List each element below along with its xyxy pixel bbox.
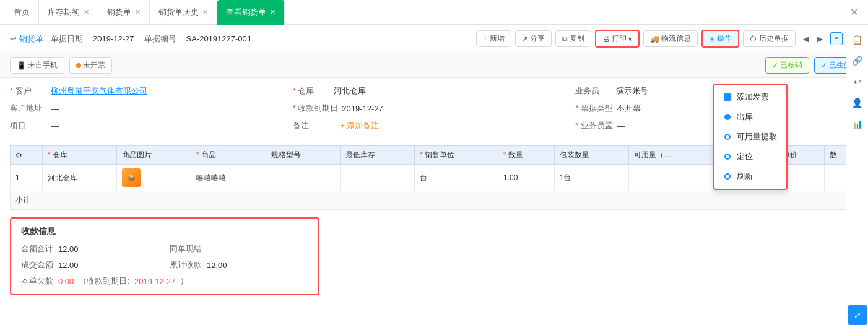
same-order-settle-item: 同单现结 —: [170, 243, 308, 254]
tab-close-history[interactable]: ✕: [202, 8, 208, 16]
share-button[interactable]: ↗ 分享: [515, 30, 552, 47]
row-min-stock: [340, 165, 414, 191]
history-button[interactable]: ⏱ 历史单据: [743, 30, 796, 47]
remark-label: 备注: [293, 120, 330, 131]
transaction-amount-item: 成交金额 12.00: [21, 259, 160, 271]
copy-button[interactable]: ⧉ 复制: [555, 30, 591, 47]
salesperson-value: —: [617, 121, 625, 131]
operation-button[interactable]: ⊞ 操作: [701, 30, 739, 48]
main-content: ↩ 销货单 单据日期 2019-12-27 单据编号 SA-20191227-0…: [0, 25, 868, 330]
tab-close-sales[interactable]: ✕: [135, 8, 141, 16]
tab-sales-history[interactable]: 销货单历史 ✕: [150, 0, 217, 25]
cumulative-collection-item: 累计收款 12.00: [170, 259, 308, 271]
outbound-item[interactable]: 出库: [714, 107, 786, 127]
col-settings[interactable]: ⚙: [11, 146, 43, 165]
prev-record-button[interactable]: ◀: [799, 33, 812, 45]
col-package-qty: 包装数量: [554, 146, 628, 165]
window-close-button[interactable]: ✕: [845, 6, 863, 18]
tab-inventory-init[interactable]: 库存期初 ✕: [39, 0, 98, 25]
ticket-type-label: 票据类型: [575, 103, 613, 114]
refresh-item[interactable]: 刷新: [714, 167, 786, 186]
print-dropdown-arrow[interactable]: ▾: [628, 35, 632, 43]
doc-header: ↩ 销货单 单据日期 2019-12-27 单据编号 SA-20191227-0…: [0, 25, 868, 53]
doc-actions: + 新增 ↗ 分享 ⧉ 复制 🖨 打印 ▾ 🚚 物流信息 ⊞ 操作: [476, 30, 858, 48]
payment-grid: 金额合计 12.00 同单现结 — 成交金额 12.00 累计收款 12.00 …: [21, 243, 308, 287]
address-field: 客户地址 —: [10, 103, 293, 114]
col-sales-unit: * 销售单位: [414, 146, 498, 165]
print-icon: 🖨: [602, 35, 610, 43]
row-product: 嘻嘻嘻嘻: [191, 165, 266, 191]
subtotal-row: 小计: [11, 191, 858, 210]
nav-arrows: ◀ ▶: [799, 33, 827, 45]
row-unit: 台: [414, 165, 498, 191]
not-open-ticket-button[interactable]: 未开票: [69, 57, 112, 74]
grid-icon: ⊞: [709, 35, 715, 43]
sidebar-icon-2[interactable]: 🔗: [848, 51, 867, 71]
sidebar-icon-5[interactable]: 📊: [848, 114, 867, 134]
project-value: —: [51, 121, 59, 131]
project-label: 项目: [10, 120, 47, 131]
salesperson-label: 业务员孟: [575, 120, 613, 131]
list-view-button[interactable]: ≡: [830, 32, 843, 45]
add-invoice-item[interactable]: 添加发票: [714, 87, 786, 107]
share-icon: ↗: [522, 35, 528, 43]
remark-field: 备注 + + 添加备注: [293, 120, 576, 131]
doc-title-area: ↩ 销货单 单据日期 2019-12-27 单据编号 SA-20191227-0…: [10, 33, 476, 45]
tab-bar: 首页 库存期初 ✕ 销货单 ✕ 销货单历史 ✕ 查看销货单 ✕ ✕: [0, 0, 868, 25]
new-button[interactable]: + 新增: [476, 30, 511, 47]
staff-label: 业务员: [575, 85, 612, 97]
tab-sales-order[interactable]: 销货单 ✕: [98, 0, 150, 25]
doc-icon: ↩ 销货单: [10, 33, 43, 45]
total-amount-item: 金额合计 12.00: [21, 243, 160, 254]
doc-date-value: 2019-12-27: [93, 34, 134, 43]
tab-home[interactable]: 首页: [5, 0, 39, 25]
tab-close-view[interactable]: ✕: [270, 8, 276, 16]
col-product-img: 商品图片: [117, 146, 191, 165]
payment-info-box: 收款信息 金额合计 12.00 同单现结 — 成交金额 12.00 累计收款 1…: [10, 217, 319, 295]
effective-icon: ✓: [821, 61, 827, 70]
next-record-button[interactable]: ▶: [814, 33, 827, 45]
row-warehouse: 河北仓库: [42, 165, 116, 191]
col-available: 可用量（…: [628, 146, 716, 165]
warehouse-field: 仓库 河北仓库: [293, 85, 576, 97]
invoice-icon: [723, 93, 732, 102]
customer-value[interactable]: 柳州粤港平安气体有限公司: [51, 85, 147, 97]
sales-order-icon: ↩: [10, 34, 17, 43]
mobile-icon: 📱: [17, 61, 26, 70]
outbound-icon: [723, 113, 732, 121]
print-button[interactable]: 🖨 打印 ▾: [595, 30, 640, 48]
locate-item[interactable]: 定位: [714, 147, 786, 167]
row-available: [628, 165, 716, 191]
from-mobile-button[interactable]: 📱 来自手机: [10, 57, 64, 74]
row-package-qty: 1台: [554, 165, 628, 191]
staff-value: 演示账号: [616, 85, 648, 97]
warehouse-label: 仓库: [293, 85, 330, 97]
payment-date-field: 收款到期日 2019-12-27: [293, 103, 576, 114]
logistics-button[interactable]: 🚚 物流信息: [643, 30, 698, 47]
plus-icon: +: [334, 121, 339, 131]
sidebar-icon-1[interactable]: 📋: [848, 30, 867, 50]
customer-field: 客户 柳州粤港平安气体有限公司: [10, 85, 293, 97]
available-qty-item[interactable]: 可用量提取: [714, 127, 786, 147]
payment-date-label: 收款到期日: [293, 103, 339, 114]
add-remark-button[interactable]: + + 添加备注: [334, 120, 380, 131]
row-product-img: 📦: [117, 165, 191, 191]
check-icon: ✓: [772, 61, 778, 70]
tab-view-sales[interactable]: 查看销货单 ✕: [217, 0, 285, 25]
col-product: * 商品: [191, 146, 266, 165]
confirmed-button[interactable]: ✓ 已核销: [765, 57, 809, 74]
row-spec: [266, 165, 340, 191]
row-quantity: 1.00: [498, 165, 555, 191]
customer-label: 客户: [10, 85, 47, 97]
refresh-icon: [723, 172, 732, 181]
sidebar-icon-4[interactable]: 👤: [848, 93, 867, 113]
sidebar-icon-3[interactable]: ↩: [848, 72, 867, 92]
operation-dropdown: 添加发票 出库 可用量提取 定位 刷新: [713, 84, 788, 190]
truck-icon: 🚚: [650, 35, 659, 43]
right-sidebar: 📋 🔗 ↩ 👤 📊 ⤢: [846, 25, 868, 330]
project-field: 项目 —: [10, 120, 293, 131]
tab-close-inventory[interactable]: ✕: [84, 8, 89, 16]
toolbar-row: 📱 来自手机 未开票 ✓ 已核销 ✓ 已生效: [0, 53, 868, 78]
expand-icon[interactable]: ⤢: [848, 305, 867, 325]
payment-title: 收款信息: [21, 226, 308, 237]
